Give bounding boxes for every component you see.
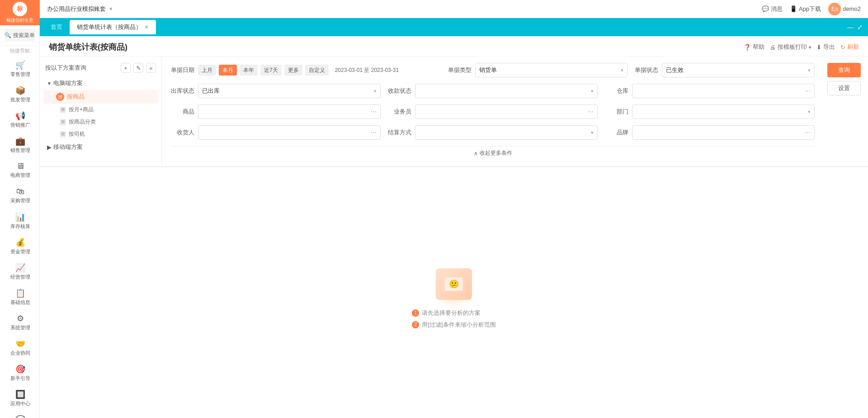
window-maximize-icon[interactable]: ⤢ [857, 24, 863, 31]
tab-close-button[interactable]: ✕ [144, 24, 149, 30]
dept-select[interactable]: ▾ [632, 104, 815, 119]
message-icon: 💬 [762, 5, 769, 12]
empty-hint-row-2: 2 用[过滤]条件来缩小分析范围 [412, 319, 495, 331]
sidebar-item-ecommerce[interactable]: 🖥 电商管理 [0, 157, 39, 183]
filter-row-4: 收货人 ··· 结算方式 [171, 125, 815, 140]
window-minimize-icon[interactable]: — [847, 24, 854, 31]
user-avatar: Ea [828, 3, 841, 15]
tree-item-by-cashier[interactable]: 按 按司机 [43, 128, 158, 140]
date-btn-this-month[interactable]: 本月 [219, 65, 237, 76]
date-btn-custom[interactable]: 自定义 [305, 65, 329, 76]
filter-dept: 部门 ▾ [605, 104, 815, 119]
filter-row-3: 商品 ··· 业务员 [171, 104, 815, 119]
date-btn-this-year[interactable]: 本年 [240, 65, 258, 76]
settings-button[interactable]: 设置 [827, 81, 861, 95]
warehouse-select[interactable]: ··· [632, 84, 815, 98]
app-logo: 标 畅捷信好生意 [0, 0, 40, 25]
enterprise-icon: 🤝 [15, 339, 25, 349]
payment-status-select[interactable]: ▾ [415, 84, 598, 98]
tab-home[interactable]: 首页 [43, 20, 70, 34]
sidebar-item-base[interactable]: 📋 基础信息 [0, 284, 39, 309]
app-download-button[interactable]: 📱 App下载 [790, 5, 821, 13]
collapse-filters-button[interactable]: ∧ 收起更多条件 [171, 146, 815, 160]
tree-item-by-category[interactable]: 按 按商品分类 [43, 116, 158, 128]
print-icon: 🖨 [770, 44, 776, 51]
tree-group-desktop-header[interactable]: ▼ 电脑端方案 [43, 76, 158, 90]
sidebar-item-marketing[interactable]: 📢 营销推广 [0, 107, 39, 132]
out-status-select[interactable]: 已出库 ▾ [198, 84, 381, 98]
tree-panel: 按以下方案查询 + ✎ « ▼ 电脑端方案 按 [40, 57, 162, 166]
doc-status-select[interactable]: 已生效 ▾ [662, 63, 815, 77]
search-icon: 🔍 [5, 32, 11, 38]
topbar-left: 办公用品行业模拟账套 ▾ [47, 5, 113, 13]
sidebar-item-purchase[interactable]: 🛍 采购管理 [0, 183, 39, 208]
topbar: 办公用品行业模拟账套 ▾ 💬 消息 📱 App下载 Ea demo2 [40, 0, 868, 18]
help-icon: ❓ [744, 44, 751, 51]
filter-area: 单据日期 上月 本月 本年 近7天 更多 自定义 [162, 57, 824, 166]
tree-item-by-product[interactable]: 按 按商品 [43, 90, 158, 104]
filter-row-1: 单据日期 上月 本月 本年 近7天 更多 自定义 [171, 63, 815, 77]
staff-more-icon[interactable]: ··· [588, 108, 594, 116]
warehouse-more-icon[interactable]: ··· [805, 87, 811, 95]
export-button[interactable]: ⬇ 导出 [816, 43, 835, 51]
staff-select[interactable]: ··· [415, 104, 598, 119]
purchase-icon: 🛍 [16, 187, 24, 196]
query-actions: 查询 设置 [824, 57, 868, 166]
message-button[interactable]: 💬 消息 [762, 5, 783, 13]
tree-collapse-button[interactable]: « [146, 63, 156, 73]
print-button[interactable]: 🖨 按模板打印 ▾ [770, 43, 811, 51]
tree-sub-icon-1: 按 [60, 107, 66, 113]
product-select[interactable]: ··· [198, 104, 381, 119]
tree-group-mobile-header[interactable]: ▶ 移动端方案 [43, 140, 158, 154]
filter-date: 单据日期 上月 本月 本年 近7天 更多 自定义 [171, 65, 441, 76]
sidebar-item-newbie[interactable]: 🎯 新手引导 [0, 360, 39, 385]
date-btn-more[interactable]: 更多 [284, 65, 302, 76]
sidebar-item-inventory[interactable]: 📊 库存核算 [0, 208, 39, 233]
chevron-down-icon: ▼ [47, 81, 52, 86]
tab-sales-stat[interactable]: 销货单统计表（按商品） ✕ [70, 20, 156, 34]
user-menu[interactable]: Ea demo2 [828, 3, 861, 15]
inner-content: 按以下方案查询 + ✎ « ▼ 电脑端方案 按 [40, 57, 868, 418]
date-btn-last-7-days[interactable]: 近7天 [260, 65, 282, 76]
tree-item-by-month-product[interactable]: 按 按月+商品 [43, 104, 158, 116]
quick-nav-btn[interactable]: 快捷导航 [0, 46, 39, 56]
sidebar-item-wechat[interactable]: 💬 企业微信 [0, 411, 39, 418]
empty-face-icon: 😕 [445, 277, 463, 291]
query-button[interactable]: 查询 [827, 63, 861, 77]
page-title: 销货单统计表(按商品) [49, 42, 127, 52]
tree-edit-button[interactable]: ✎ [133, 63, 143, 73]
refresh-button[interactable]: ↻ 刷新 [840, 43, 859, 51]
chevron-down-icon: ▾ [808, 67, 811, 73]
sidebar-item-apps[interactable]: 🔲 应用中心 [0, 385, 39, 411]
filter-staff: 业务员 ··· [388, 104, 598, 119]
date-btn-last-month[interactable]: 上月 [198, 65, 216, 76]
search-menu-button[interactable]: 🔍 搜索菜单 [5, 29, 35, 42]
recipient-select[interactable]: ··· [198, 125, 381, 140]
sidebar-item-enterprise[interactable]: 🤝 企业协同 [0, 335, 39, 360]
tree-group-mobile: ▶ 移动端方案 [40, 140, 161, 154]
sidebar-item-retail[interactable]: 🛒 零售管理 [0, 56, 39, 81]
tree-add-button[interactable]: + [121, 63, 131, 73]
sidebar-item-system[interactable]: ⚙ 系统管理 [0, 309, 39, 335]
product-more-icon[interactable]: ··· [371, 108, 377, 116]
sales-icon: 💼 [15, 136, 25, 146]
brand-select[interactable]: ··· [632, 125, 815, 140]
sidebar-item-finance[interactable]: 💰 资金管理 [0, 233, 39, 259]
filter-recipient: 收货人 ··· [171, 125, 381, 140]
hint-number-2: 2 [412, 321, 419, 328]
sidebar-item-sales[interactable]: 💼 销售管理 [0, 132, 39, 157]
sidebar-item-operation[interactable]: 📈 经营管理 [0, 259, 39, 284]
tree-header-actions: + ✎ « [121, 63, 156, 73]
workspace-dropdown-icon[interactable]: ▾ [109, 5, 113, 12]
filter-product: 商品 ··· [171, 104, 381, 119]
chevron-down-icon: ▾ [621, 67, 623, 73]
chevron-down-icon: ▾ [374, 88, 377, 94]
sidebar-nav: 🛒 零售管理 📦 批发管理 📢 营销推广 💼 销售管理 🖥 电商管理 🛍 采购管… [0, 56, 39, 418]
settlement-select[interactable]: ▾ [415, 125, 598, 140]
doc-type-select[interactable]: 销货单 ▾ [475, 63, 628, 77]
sidebar-item-wholesale[interactable]: 📦 批发管理 [0, 81, 39, 107]
help-button[interactable]: ❓ 帮助 [744, 43, 764, 51]
recipient-more-icon[interactable]: ··· [371, 128, 377, 137]
brand-more-icon[interactable]: ··· [805, 128, 811, 137]
page-header: 销货单统计表(按商品) ❓ 帮助 🖨 按模板打印 ▾ ⬇ 导出 ↻ 刷新 [40, 36, 868, 57]
